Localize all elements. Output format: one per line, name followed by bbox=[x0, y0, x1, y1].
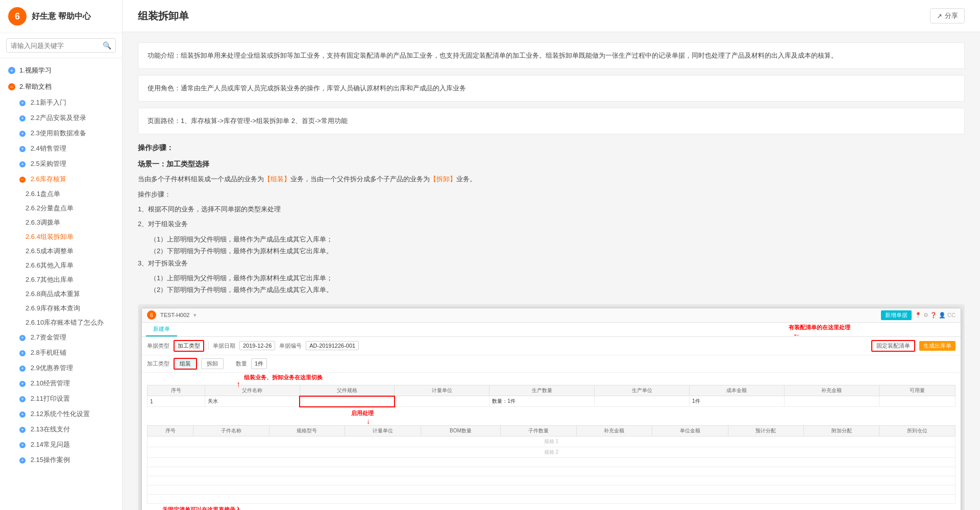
td-row-6 bbox=[148, 485, 955, 494]
minus-icon-26: − bbox=[19, 177, 26, 183]
main-header: 组装拆卸单 ↗ 分享 bbox=[122, 0, 980, 32]
td-name-1: 关水 bbox=[205, 396, 300, 407]
content-area: 功能介绍：组装拆卸单用来处理企业组装或拆卸等加工业务，支持有固定装配清单的产品加… bbox=[122, 32, 980, 510]
th2-location: 所到仓位 bbox=[879, 425, 955, 436]
info-block-intro: 功能介绍：组装拆卸单用来处理企业组装或拆卸等加工业务，支持有固定装配清单的产品加… bbox=[138, 42, 965, 69]
sidebar-item-stock-error[interactable]: 2.6.10库存账本错了怎么办 bbox=[0, 315, 122, 330]
sidebar-item-cases[interactable]: + 2.15操作案例 bbox=[0, 452, 122, 468]
sidebar-item-purchase[interactable]: + 2.5采购管理 bbox=[0, 156, 122, 172]
th-prod-qty: 生产数量 bbox=[489, 385, 595, 396]
search-input[interactable] bbox=[11, 42, 103, 50]
sidebar-item-settings[interactable]: + 2.12系统个性化设置 bbox=[0, 406, 122, 422]
step-1-3-1: （1）上部明细为父件明细，最终作为原材料生成其它出库单； bbox=[138, 272, 965, 284]
td-row-2-1: 规格 1 bbox=[148, 436, 955, 447]
form-btn-fixed-bom[interactable]: 固定装配清单 bbox=[871, 340, 915, 352]
sidebar-item-sales[interactable]: + 2.4销售管理 bbox=[0, 141, 122, 156]
sidebar-item-beginner[interactable]: + 2.1新手入门 bbox=[0, 95, 122, 110]
th2-bom: BOM数量 bbox=[421, 425, 501, 436]
form-field-type[interactable]: 加工类型 bbox=[174, 340, 204, 352]
nav-section-2: − 2.帮助文档 + 2.1新手入门 + 2.2产品安装及登录 + 2.3使用前… bbox=[0, 79, 122, 468]
sidebar-item-transfer[interactable]: 2.6.3调拨单 bbox=[0, 215, 122, 230]
sidebar-item-other-out[interactable]: 2.6.7其他出库单 bbox=[0, 273, 122, 287]
search-area: 🔍 bbox=[0, 33, 122, 58]
th2-add-alloc: 附加分配 bbox=[803, 425, 879, 436]
divider bbox=[208, 342, 209, 350]
sidebar-item-video-learning[interactable]: + 1.视频学习 bbox=[0, 62, 122, 79]
type-option-disassembly[interactable]: 拆卸 bbox=[201, 358, 224, 369]
nav-tree: + 1.视频学习 − 2.帮助文档 + 2.1新手入门 + 2.2产品安装及登录 bbox=[0, 58, 122, 510]
td-seq-1: 1 bbox=[148, 396, 205, 407]
annotation-arrow-up: ↑ bbox=[236, 380, 240, 389]
sidebar-item-finance[interactable]: + 2.7资金管理 bbox=[0, 330, 122, 345]
type-option-assembly[interactable]: 组装 bbox=[174, 358, 197, 370]
sidebar-item-install[interactable]: + 2.2产品安装及登录 bbox=[0, 110, 122, 126]
th2-child-name: 子件名称 bbox=[193, 425, 269, 436]
sidebar-item-partial-count[interactable]: 2.6.2分量盘点单 bbox=[0, 201, 122, 215]
page-title: 组装拆卸单 bbox=[138, 9, 189, 23]
step-1-2: 2、对于组装业务 bbox=[138, 218, 965, 230]
th2-supp: 补充金额 bbox=[576, 425, 652, 436]
th-unit: 计量单位 bbox=[395, 385, 489, 396]
plus-icon-21: + bbox=[19, 100, 26, 106]
td-cost-1: 1件 bbox=[690, 396, 785, 407]
sidebar-item-assembly[interactable]: 2.6.4组装拆卸单 bbox=[0, 230, 122, 244]
count-field[interactable]: 1件 bbox=[251, 358, 267, 369]
form-field-no[interactable]: AD-20191226-001 bbox=[306, 341, 359, 350]
sidebar-item-faq[interactable]: + 2.14常见问题 bbox=[0, 437, 122, 452]
plus-icon-213: + bbox=[19, 427, 26, 433]
share-button[interactable]: ↗ 分享 bbox=[930, 8, 965, 23]
th2-est-alloc: 预计分配 bbox=[728, 425, 803, 436]
info-block-path: 页面路径：1、库存核算->库存管理->组装拆卸单 2、首页->常用功能 bbox=[138, 108, 965, 134]
mock-type-row: 加工类型 组装 拆卸 数量 1件 bbox=[142, 355, 961, 373]
sidebar-item-cost-recalc[interactable]: 2.6.8商品成本重算 bbox=[0, 287, 122, 301]
mock-bottom-table-area: 序号 子件名称 规格型号 计量单位 BOM数量 子件数量 补充金额 单位金额 预… bbox=[142, 425, 961, 510]
main-content: 组装拆卸单 ↗ 分享 功能介绍：组装拆卸单用来处理企业组装或拆卸等加工业务，支持… bbox=[122, 0, 980, 510]
annotation-label-assembly-switch: 组装业务、拆卸业务在这里切换 bbox=[244, 374, 323, 381]
sidebar: 6 好生意 帮助中心 🔍 + 1.视频学习 − 2.帮助文档 + 2 bbox=[0, 0, 122, 510]
th-parent-name: 父件名称 bbox=[205, 385, 300, 396]
annotation-fixed-bom-arrow: ← bbox=[793, 330, 801, 339]
mock-window: 6 TEST-H002 ▾ 新增单据 📍 ⚙ ❓ 👤 CC 新建单 bbox=[141, 308, 961, 510]
sidebar-item-other-in[interactable]: 2.6.6其他入库单 bbox=[0, 258, 122, 273]
title-bar-right: 新增单据 📍 ⚙ ❓ 👤 CC bbox=[881, 310, 955, 320]
sidebar-item-mobile[interactable]: + 2.8手机旺铺 bbox=[0, 345, 122, 360]
plus-icon-25: + bbox=[19, 161, 26, 167]
sidebar-item-help-docs[interactable]: − 2.帮助文档 bbox=[0, 79, 122, 95]
td-spec-1[interactable] bbox=[300, 396, 395, 407]
td-prodqty-1: 数量：1件 bbox=[489, 396, 595, 407]
minus-icon: − bbox=[8, 83, 15, 90]
plus-icon-211: + bbox=[19, 396, 26, 402]
sidebar-item-payment[interactable]: + 2.13在线支付 bbox=[0, 422, 122, 437]
step-1-1: 1、根据不同的业务，选择不同单据的类型来处理 bbox=[138, 203, 965, 215]
td-produnit-1 bbox=[595, 396, 690, 407]
form-field-date[interactable]: 2019-12-26 bbox=[239, 341, 275, 350]
sidebar-item-coupon[interactable]: + 2.9优惠券管理 bbox=[0, 360, 122, 376]
th-seq: 序号 bbox=[148, 385, 205, 396]
mock-window-title: 6 TEST-H002 ▾ 新增单据 📍 ⚙ ❓ 👤 CC bbox=[142, 308, 961, 323]
mock-tab-new[interactable]: 新建单 bbox=[146, 323, 177, 336]
nav-section-1: + 1.视频学习 bbox=[0, 62, 122, 79]
count-label: 数量 bbox=[236, 360, 247, 368]
sidebar-item-data-prep[interactable]: + 2.3使用前数据准备 bbox=[0, 126, 122, 141]
step-1-2-2: （2）下部明细为子件明细，最终作为原材料生成其它出库单。 bbox=[138, 245, 965, 257]
th-supp: 补充金额 bbox=[784, 385, 879, 396]
sidebar-item-stocktake[interactable]: 2.6.1盘点单 bbox=[0, 187, 122, 201]
sidebar-item-inventory[interactable]: − 2.6库存核算 bbox=[0, 172, 122, 187]
app-icon-small: 6 bbox=[147, 310, 156, 320]
sidebar-item-cost-adjust[interactable]: 2.6.5成本调整单 bbox=[0, 244, 122, 258]
plus-icon-210: + bbox=[19, 381, 26, 387]
scene-one-title: 场景一：加工类型选择 bbox=[138, 160, 965, 169]
mock-icons-area: 📍 ⚙ ❓ 👤 CC bbox=[915, 312, 955, 319]
annotation-no-bom: 无固定清单可以在这里直接录入 bbox=[162, 506, 955, 510]
search-icon[interactable]: 🔍 bbox=[103, 41, 111, 50]
sidebar-section-1-label: 1.视频学习 bbox=[19, 66, 52, 75]
sidebar-item-print[interactable]: + 2.11打印设置 bbox=[0, 391, 122, 406]
logo-icon: 6 bbox=[8, 7, 27, 26]
screenshot-container: 6 TEST-H002 ▾ 新增单据 📍 ⚙ ❓ 👤 CC 新建单 bbox=[138, 304, 965, 510]
sidebar-item-stock-query[interactable]: 2.6.9库存账本查询 bbox=[0, 301, 122, 315]
th2-seq: 序号 bbox=[148, 425, 193, 436]
mock-new-doc-btn[interactable]: 新增单据 bbox=[881, 310, 912, 320]
sidebar-item-operations[interactable]: + 2.10经营管理 bbox=[0, 376, 122, 391]
form-btn-action[interactable]: 生成出库单 bbox=[919, 341, 955, 351]
step-1-2-1: （1）上部明细为父件明细，最终作为产成品生成其它入库单； bbox=[138, 233, 965, 245]
